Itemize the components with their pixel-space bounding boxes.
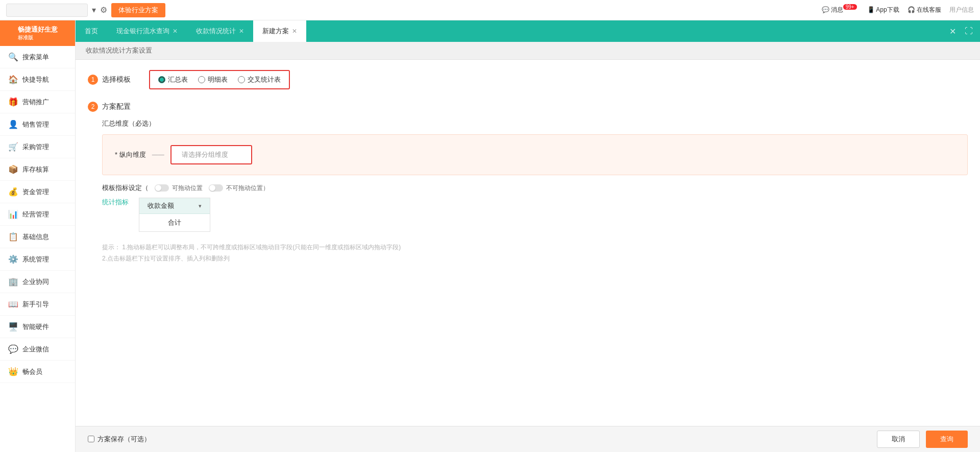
- content-area: 首页 现金银行流水查询 ✕ 收款情况统计 ✕ 新建方案 ✕ ✕ ⛶ 收款情况统计…: [76, 20, 980, 452]
- bottom-bar: 方案保存（可选） 取消 查询: [76, 426, 980, 451]
- tab-close-newplan[interactable]: ✕: [292, 28, 297, 35]
- indicator-table-area: 统计指标 收款金额 ▾ 合计: [102, 198, 968, 232]
- sidebar-item-smarthw[interactable]: 🖥️ 智能硬件: [0, 316, 75, 338]
- radio-detail-input[interactable]: [198, 76, 205, 83]
- row-dimension-label: * 纵向维度: [115, 150, 146, 159]
- tab-cash-query[interactable]: 现金银行流水查询 ✕: [107, 20, 187, 42]
- page-breadcrumb: 收款情况统计方案设置: [76, 42, 980, 60]
- section2-title: 方案配置: [102, 102, 131, 111]
- industry-btn[interactable]: 体验行业方案: [111, 3, 165, 17]
- config-body: 汇总维度（必选） * 纵向维度 —— 请选择分组维度: [102, 119, 968, 264]
- clipboard-icon: 📋: [8, 232, 18, 242]
- chart-icon: 📊: [8, 209, 18, 219]
- sidebar-item-purchase[interactable]: 🛒 采购管理: [0, 136, 75, 158]
- save-checkbox-label[interactable]: 方案保存（可选）: [88, 435, 151, 444]
- dimension-required-label: 汇总维度（必选）: [102, 119, 968, 128]
- sidebar-logo: 畅捷通好生意 标准版: [0, 20, 75, 46]
- page-body: 1 选择模板 汇总表 明细表: [76, 60, 980, 426]
- home-icon: 🏠: [8, 75, 18, 84]
- monitor-icon: 🖥️: [8, 322, 18, 331]
- section2-num: 2: [88, 102, 98, 112]
- chevron-down-icon[interactable]: ▾: [199, 203, 202, 209]
- section1-header: 1 选择模板 汇总表 明细表: [88, 70, 968, 89]
- building-icon: 🏢: [8, 277, 18, 287]
- search-input[interactable]: [6, 4, 88, 17]
- sidebar-item-enterprise[interactable]: 🏢 企业协同: [0, 271, 75, 293]
- sidebar-label: 系统管理: [22, 255, 49, 264]
- user-info: 用户信息: [949, 6, 974, 14]
- sidebar-label: 基础信息: [22, 232, 49, 242]
- query-button[interactable]: 查询: [926, 431, 968, 448]
- sidebar-item-finance[interactable]: 💰 资金管理: [0, 181, 75, 203]
- section2-header: 2 方案配置: [88, 102, 968, 112]
- service-area[interactable]: 🎧 在线客服: [908, 6, 941, 14]
- sidebar-item-basicinfo[interactable]: 📋 基础信息: [0, 226, 75, 248]
- bottom-right-btns: 取消 查询: [877, 431, 968, 448]
- sidebar-label: 快捷导航: [22, 75, 49, 84]
- money-icon: 💰: [8, 187, 18, 197]
- indicator-group-label: 统计指标: [102, 198, 129, 232]
- tab-bar-right: ✕ ⛶: [945, 24, 980, 38]
- section1-title: 选择模板: [102, 75, 131, 84]
- sidebar-item-weichat[interactable]: 💬 企业微信: [0, 338, 75, 361]
- sidebar-label: 销售管理: [22, 120, 49, 129]
- top-header: ▾ ⚙ 体验行业方案 💬 消息 99+ 📱 App下载 🎧 在线客服 用户信息: [0, 0, 980, 20]
- radio-summary[interactable]: 汇总表: [158, 75, 188, 84]
- dimension-select[interactable]: 请选择分组维度: [170, 145, 252, 164]
- sidebar-label: 库存核算: [22, 165, 49, 174]
- toggle-notdraggable-btn[interactable]: [209, 184, 223, 192]
- gear-button[interactable]: ⚙: [100, 5, 107, 15]
- sidebar-item-operation[interactable]: 📊 经营管理: [0, 203, 75, 226]
- hints-area: 提示： 1.拖动标题栏可以调整布局，不可跨维度或指标区域拖动目字段(只能在同一维…: [102, 242, 968, 264]
- radio-cross-input[interactable]: [238, 76, 245, 83]
- dropdown-button[interactable]: ▾: [92, 5, 96, 15]
- sidebar-item-quicknav[interactable]: 🏠 快捷导航: [0, 68, 75, 91]
- sidebar-item-system[interactable]: ⚙️ 系统管理: [0, 248, 75, 271]
- dimension-area: * 纵向维度 —— 请选择分组维度: [102, 134, 968, 175]
- toggle-knob: [155, 185, 161, 191]
- tab-close-cash[interactable]: ✕: [173, 28, 178, 35]
- download-area[interactable]: 📱 App下载: [867, 6, 899, 14]
- save-checkbox[interactable]: [88, 436, 94, 442]
- sidebar-item-member[interactable]: 👑 畅会员: [0, 361, 75, 383]
- notification-badge: 99+: [843, 4, 857, 10]
- tab-collection-stat[interactable]: 收款情况统计 ✕: [187, 20, 253, 42]
- radio-cross[interactable]: 交叉统计表: [238, 75, 281, 84]
- cart-icon: 🛒: [8, 142, 18, 152]
- toggle-draggable[interactable]: 可拖动位置: [155, 184, 203, 193]
- sidebar-label: 畅会员: [22, 367, 42, 376]
- tab-maximize-btn[interactable]: ⛶: [962, 24, 976, 38]
- sidebar-item-inventory[interactable]: 📦 库存核算: [0, 158, 75, 181]
- tab-home[interactable]: 首页: [76, 20, 107, 42]
- sidebar-item-marketing[interactable]: 🎁 营销推广: [0, 91, 75, 113]
- page-content: 收款情况统计方案设置 1 选择模板 汇总表: [76, 42, 980, 452]
- toggle-draggable-btn[interactable]: [155, 184, 169, 192]
- tab-close-all-btn[interactable]: ✕: [945, 24, 960, 38]
- tab-close-collection[interactable]: ✕: [239, 28, 244, 35]
- box-icon: 📦: [8, 164, 18, 174]
- tab-bar: 首页 现金银行流水查询 ✕ 收款情况统计 ✕ 新建方案 ✕ ✕ ⛶: [76, 20, 980, 42]
- indicator-table-cell: 合计: [139, 214, 210, 231]
- sidebar-label: 智能硬件: [22, 322, 49, 331]
- hint2: 2.点击标题栏下拉可设置排序、插入列和删除列: [102, 253, 968, 265]
- indicator-header: 模板指标设定（ 可拖动位置: [102, 183, 968, 193]
- config-section: 2 方案配置 汇总维度（必选） * 纵向维度 —— 请选择: [88, 102, 968, 264]
- sidebar-label: 经营管理: [22, 210, 49, 219]
- notification-area[interactable]: 💬 消息 99+: [822, 6, 859, 14]
- arrow-line: ——: [152, 151, 164, 158]
- sidebar-label: 企业协同: [22, 277, 49, 287]
- toggle-not-draggable[interactable]: 不可拖动位置）: [209, 184, 269, 193]
- gear-icon: ⚙️: [8, 254, 18, 264]
- tab-new-plan[interactable]: 新建方案 ✕: [253, 20, 306, 42]
- main-layout: 畅捷通好生意 标准版 🔍 搜索菜单 🏠 快捷导航 🎁 营销推广 👤 销售管理 🛒…: [0, 20, 980, 452]
- radio-summary-input[interactable]: [158, 76, 165, 83]
- chat-icon: 💬: [8, 344, 18, 354]
- sidebar-item-guide[interactable]: 📖 新手引导: [0, 293, 75, 316]
- crown-icon: 👑: [8, 367, 18, 376]
- dimension-row: * 纵向维度 —— 请选择分组维度: [115, 145, 955, 164]
- sidebar-item-sales[interactable]: 👤 销售管理: [0, 113, 75, 136]
- radio-detail[interactable]: 明细表: [198, 75, 228, 84]
- cancel-button[interactable]: 取消: [877, 431, 920, 448]
- search-icon: 🔍: [8, 52, 18, 62]
- sidebar-item-search[interactable]: 🔍 搜索菜单: [0, 46, 75, 68]
